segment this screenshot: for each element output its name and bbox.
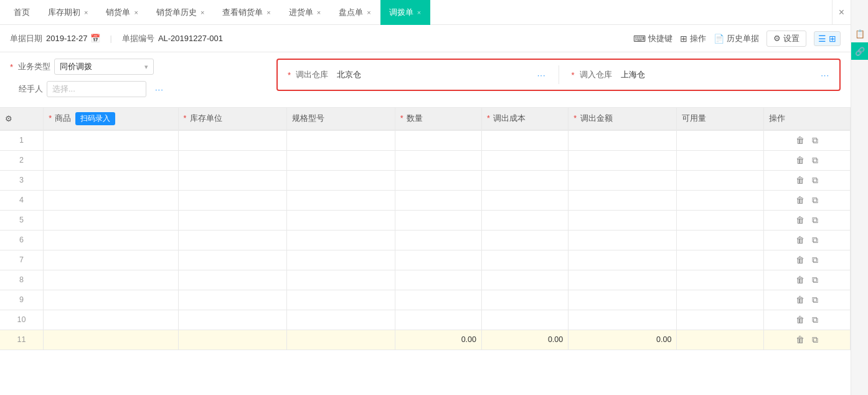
copy-icon[interactable]: ⧉ [812, 135, 818, 146]
copy-icon[interactable]: ⧉ [812, 335, 818, 345]
spec-cell-9[interactable] [286, 290, 395, 310]
copy-icon[interactable]: ⧉ [812, 155, 818, 166]
qty-cell-1[interactable] [395, 130, 481, 150]
unit-cell-10[interactable] [178, 310, 286, 330]
delete-icon[interactable]: 🗑 [796, 335, 804, 345]
window-close-button[interactable]: × [832, 0, 851, 25]
sidebar-doc-icon[interactable]: 📋 [851, 25, 869, 42]
qty-cell-4[interactable] [395, 190, 481, 210]
product-cell-7[interactable] [44, 250, 178, 270]
scan-entry-button[interactable]: 扫码录入 [75, 112, 115, 125]
tab-sales-order[interactable]: 销货单 × [97, 0, 147, 25]
unit-cell-2[interactable] [178, 150, 286, 170]
spec-cell-8[interactable] [286, 270, 395, 290]
tab-close-stock-init[interactable]: × [84, 9, 88, 16]
cost-cell-10[interactable] [482, 310, 568, 330]
qty-cell-2[interactable] [395, 150, 481, 170]
tab-close-transfer[interactable]: × [417, 9, 421, 16]
amount-cell-2[interactable] [568, 150, 677, 170]
tab-purchase[interactable]: 进货单 × [280, 0, 330, 25]
col-header-settings[interactable]: ⚙ [0, 108, 44, 130]
copy-icon[interactable]: ⧉ [812, 195, 818, 206]
unit-cell-5[interactable] [178, 210, 286, 230]
tab-sales-history[interactable]: 销货单历史 × [148, 0, 214, 25]
unit-cell-6[interactable] [178, 230, 286, 250]
delete-icon[interactable]: 🗑 [796, 195, 804, 206]
tab-close-purchase[interactable]: × [317, 9, 321, 16]
operations-button[interactable]: ⊞ 操作 [680, 33, 706, 44]
unit-cell-8[interactable] [178, 270, 286, 290]
delete-icon[interactable]: 🗑 [796, 135, 804, 146]
unit-cell-1[interactable] [178, 130, 286, 150]
copy-icon[interactable]: ⧉ [812, 315, 818, 325]
cost-cell-4[interactable] [482, 190, 568, 210]
tab-close-view-sales[interactable]: × [267, 9, 270, 16]
amount-cell-10[interactable] [568, 310, 677, 330]
tab-view-sales[interactable]: 查看销货单 × [214, 0, 280, 25]
shortcut-button[interactable]: ⌨ 快捷键 [633, 33, 672, 44]
product-cell-1[interactable] [44, 130, 178, 150]
qty-cell-6[interactable] [395, 230, 481, 250]
layout-button[interactable]: ☰ ⊞ [814, 31, 841, 46]
handler-select[interactable]: 选择... [47, 81, 146, 97]
qty-cell-5[interactable] [395, 210, 481, 230]
cost-cell-5[interactable] [482, 210, 568, 230]
spec-cell-7[interactable] [286, 250, 395, 270]
copy-icon[interactable]: ⧉ [812, 255, 818, 265]
cost-cell-1[interactable] [482, 130, 568, 150]
qty-cell-7[interactable] [395, 250, 481, 270]
out-warehouse-more-icon[interactable]: ··· [537, 70, 546, 80]
delete-icon[interactable]: 🗑 [796, 155, 804, 166]
amount-cell-6[interactable] [568, 230, 677, 250]
cost-cell-3[interactable] [482, 170, 568, 190]
tab-stock-init[interactable]: 库存期初 × [39, 0, 97, 25]
unit-cell-9[interactable] [178, 290, 286, 310]
delete-icon[interactable]: 🗑 [796, 275, 804, 285]
qty-cell-8[interactable] [395, 270, 481, 290]
handler-more-icon[interactable]: ··· [155, 85, 164, 94]
product-cell-10[interactable] [44, 310, 178, 330]
product-cell-2[interactable] [44, 150, 178, 170]
cost-cell-2[interactable] [482, 150, 568, 170]
amount-cell-4[interactable] [568, 190, 677, 210]
product-cell-3[interactable] [44, 170, 178, 190]
copy-icon[interactable]: ⧉ [812, 295, 818, 305]
cost-cell-8[interactable] [482, 270, 568, 290]
product-cell-9[interactable] [44, 290, 178, 310]
spec-cell-4[interactable] [286, 190, 395, 210]
unit-cell-7[interactable] [178, 250, 286, 270]
amount-cell-9[interactable] [568, 290, 677, 310]
amount-cell-3[interactable] [568, 170, 677, 190]
delete-icon[interactable]: 🗑 [796, 255, 804, 265]
spec-cell-2[interactable] [286, 150, 395, 170]
tab-close-sales-order[interactable]: × [134, 9, 138, 16]
spec-cell-1[interactable] [286, 130, 395, 150]
sidebar-link-icon[interactable]: 🔗 [851, 42, 869, 60]
spec-cell-6[interactable] [286, 230, 395, 250]
amount-cell-1[interactable] [568, 130, 677, 150]
delete-icon[interactable]: 🗑 [796, 295, 804, 305]
in-warehouse-more-icon[interactable]: ··· [821, 70, 829, 80]
tab-inventory[interactable]: 盘点单 × [330, 0, 380, 25]
delete-icon[interactable]: 🗑 [796, 235, 804, 245]
copy-icon[interactable]: ⧉ [812, 235, 818, 245]
cost-cell-6[interactable] [482, 230, 568, 250]
qty-cell-10[interactable] [395, 310, 481, 330]
qty-cell-9[interactable] [395, 290, 481, 310]
spec-cell-10[interactable] [286, 310, 395, 330]
delete-icon[interactable]: 🗑 [796, 215, 804, 226]
product-cell-4[interactable] [44, 190, 178, 210]
spec-cell-5[interactable] [286, 210, 395, 230]
amount-cell-7[interactable] [568, 250, 677, 270]
product-cell-6[interactable] [44, 230, 178, 250]
settings-button[interactable]: ⚙ 设置 [767, 31, 806, 47]
tab-close-sales-history[interactable]: × [200, 9, 204, 16]
product-cell-8[interactable] [44, 270, 178, 290]
copy-icon[interactable]: ⧉ [812, 275, 818, 285]
business-type-select[interactable]: 同价调拨 ▾ [54, 59, 154, 75]
unit-cell-4[interactable] [178, 190, 286, 210]
calendar-icon[interactable]: 📅 [90, 34, 100, 43]
qty-cell-3[interactable] [395, 170, 481, 190]
amount-cell-8[interactable] [568, 270, 677, 290]
copy-icon[interactable]: ⧉ [812, 175, 818, 186]
